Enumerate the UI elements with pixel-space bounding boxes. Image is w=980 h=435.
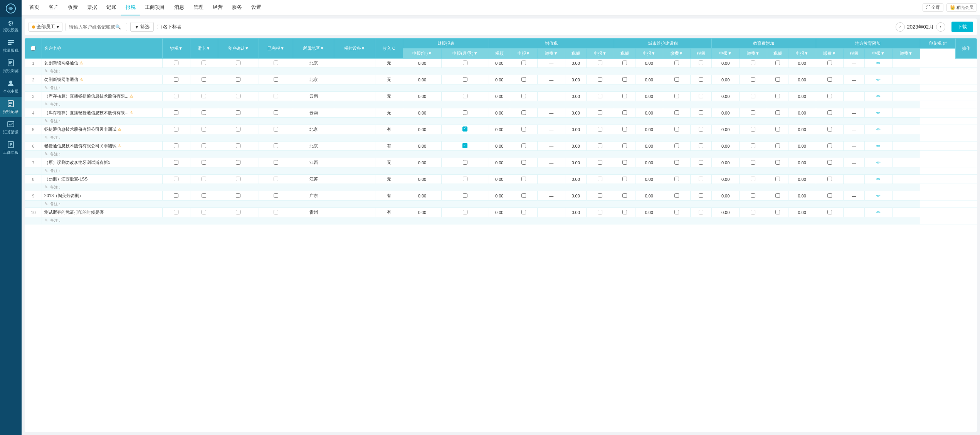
invoice-tax-checkbox[interactable] [174,94,178,98]
invoice-tax-checkbox[interactable] [174,160,178,165]
nav-clients[interactable]: 客户 [44,0,63,15]
city-declare-checkbox[interactable] [598,61,602,65]
slide-card-checkbox[interactable] [202,110,206,115]
invoice-tax-checkbox[interactable] [174,127,178,132]
city-declare-checkbox[interactable] [598,177,602,181]
row-checkbox[interactable] [463,210,467,214]
city-pay-checkbox[interactable] [622,210,627,214]
local-declare-checkbox[interactable] [751,110,755,115]
local-declare-checkbox[interactable] [751,160,755,165]
city-pay-checkbox[interactable] [622,61,627,65]
vat-declare-checkbox[interactable] [521,177,526,181]
invoice-tax-checkbox[interactable] [174,77,178,82]
edu-pay-checkbox[interactable] [699,143,703,148]
row-checkbox[interactable] [463,160,467,165]
vat-declare-checkbox[interactable] [521,110,526,115]
slide-card-checkbox[interactable] [202,160,206,165]
stamp-declare-checkbox[interactable] [827,110,832,115]
nav-management[interactable]: 管理 [189,0,208,15]
paid-tax-checkbox[interactable] [274,77,278,82]
invoice-tax-checkbox[interactable] [174,110,178,115]
next-month-button[interactable]: › [936,22,945,32]
sidebar-item-personal-tax[interactable]: 个税申报 [0,76,22,97]
city-declare-checkbox[interactable] [598,94,602,98]
search-input[interactable] [69,24,115,30]
vat-declare-checkbox[interactable] [521,160,526,165]
slide-card-checkbox[interactable] [202,210,206,214]
city-declare-checkbox[interactable] [598,160,602,165]
local-pay-checkbox[interactable] [775,110,780,115]
slide-card-checkbox[interactable] [202,143,206,148]
city-pay-checkbox[interactable] [622,160,627,165]
nav-tax[interactable]: 报税 [121,0,140,15]
city-declare-checkbox[interactable] [598,143,602,148]
stamp-declare-checkbox[interactable] [827,77,832,82]
client-confirm-checkbox[interactable] [236,143,240,148]
local-declare-checkbox[interactable] [751,193,755,198]
local-pay-checkbox[interactable] [775,94,780,98]
local-pay-checkbox[interactable] [775,210,780,214]
edu-declare-checkbox[interactable] [674,61,679,65]
sidebar-item-tax-records[interactable]: 报税记录 [0,97,22,117]
row-checkbox[interactable] [463,61,467,65]
member-button[interactable]: 👑 稻壳会员 [946,3,977,12]
local-pay-checkbox[interactable] [775,177,780,181]
local-declare-checkbox[interactable] [751,77,755,82]
nav-settings[interactable]: 设置 [247,0,266,15]
city-pay-checkbox[interactable] [622,77,627,82]
city-declare-checkbox[interactable] [598,193,602,198]
sidebar-item-annual-report[interactable]: 工商年报 [0,138,22,158]
invoice-tax-checkbox[interactable] [174,193,178,198]
city-pay-checkbox[interactable] [622,143,627,148]
paid-tax-checkbox[interactable] [274,143,278,148]
local-pay-checkbox[interactable] [775,143,780,148]
invoice-tax-checkbox[interactable] [174,61,178,65]
local-pay-checkbox[interactable] [775,160,780,165]
fullscreen-button[interactable]: ⛶ 全屏 [923,3,943,12]
paid-tax-checkbox[interactable] [274,127,278,132]
row-checkbox[interactable] [463,177,467,181]
nav-services[interactable]: 服务 [227,0,247,15]
slide-card-checkbox[interactable] [202,61,206,65]
nav-operations[interactable]: 经营 [208,0,227,15]
edu-declare-checkbox[interactable] [674,160,679,165]
edit-icon[interactable]: ✏ [876,77,881,83]
edit-icon[interactable]: ✏ [876,110,881,116]
local-declare-checkbox[interactable] [751,177,755,181]
edu-declare-checkbox[interactable] [674,177,679,181]
edu-declare-checkbox[interactable] [674,94,679,98]
row-checkbox[interactable] [463,94,467,98]
search-wrap[interactable]: 🔍 [66,23,127,31]
edu-pay-checkbox[interactable] [699,210,703,214]
local-pay-checkbox[interactable] [775,193,780,198]
local-declare-checkbox[interactable] [751,143,755,148]
edu-declare-checkbox[interactable] [674,143,679,148]
client-confirm-checkbox[interactable] [236,193,240,198]
edit-icon[interactable]: ✏ [876,126,881,132]
edit-icon[interactable]: ✏ [876,60,881,66]
row-checkbox[interactable] [463,110,467,115]
edit-icon[interactable]: ✏ [876,93,881,99]
invoice-tax-checkbox[interactable] [174,143,178,148]
edu-pay-checkbox[interactable] [699,110,703,115]
local-declare-checkbox[interactable] [751,94,755,98]
stamp-declare-checkbox[interactable] [827,193,832,198]
edu-pay-checkbox[interactable] [699,94,703,98]
nav-business[interactable]: 工商项目 [140,0,170,15]
sidebar-item-annual-settlement[interactable]: 汇算清缴 [0,117,22,138]
stamp-declare-checkbox[interactable] [827,61,832,65]
row-checkbox[interactable] [463,77,467,82]
paid-tax-checkbox[interactable] [274,61,278,65]
client-confirm-checkbox[interactable] [236,77,240,82]
local-declare-checkbox[interactable] [751,210,755,214]
paid-tax-checkbox[interactable] [274,193,278,198]
city-pay-checkbox[interactable] [622,110,627,115]
edu-pay-checkbox[interactable] [699,193,703,198]
nav-messages[interactable]: 消息 [170,0,189,15]
invoice-tax-checkbox[interactable] [174,210,178,214]
city-pay-checkbox[interactable] [622,94,627,98]
local-declare-checkbox[interactable] [751,127,755,132]
city-pay-checkbox[interactable] [622,177,627,181]
client-confirm-checkbox[interactable] [236,210,240,214]
slide-card-checkbox[interactable] [202,193,206,198]
